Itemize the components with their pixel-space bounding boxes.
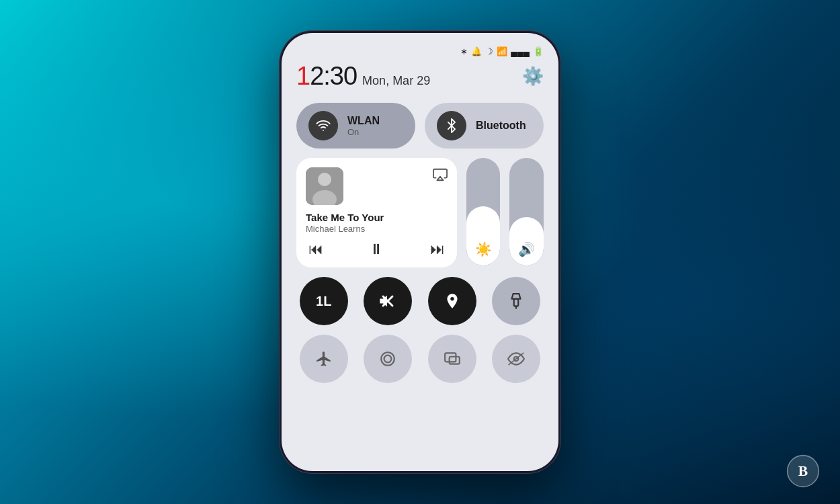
pause-button[interactable]: ⏸ (369, 241, 384, 258)
svg-point-4 (450, 297, 454, 300)
action-buttons-row: 1L (296, 277, 544, 325)
wifi-status-icon: 📶 (497, 46, 507, 56)
bluetooth-toggle[interactable]: Bluetooth (425, 103, 544, 149)
media-card: Take Me To Your Michael Learns ⏮ ⏸ ⏭ (296, 158, 457, 267)
next-button[interactable]: ⏭ (430, 241, 445, 258)
volume-slider[interactable]: 🔊 (509, 158, 544, 265)
media-sliders-row: Take Me To Your Michael Learns ⏮ ⏸ ⏭ ☀️ (296, 158, 544, 267)
oneplus-button[interactable]: 1L (300, 277, 348, 325)
airplane-icon (315, 350, 333, 368)
battery-status-icon: 🔋 (533, 46, 544, 56)
volume-icon: 🔊 (518, 241, 535, 257)
nfc-icon (379, 350, 396, 368)
track-artist: Michael Learns (306, 224, 448, 234)
wlan-toggle[interactable]: WLAN On (296, 103, 415, 149)
toggle-row: WLAN On Bluetooth (296, 103, 544, 149)
svg-point-1 (318, 173, 331, 186)
eye-comfort-button[interactable] (492, 335, 540, 383)
moon-status-icon: ☽ (485, 46, 493, 56)
airplay-icon[interactable] (433, 167, 448, 185)
time-rest: 2:30 (310, 62, 357, 90)
brightness-icon: ☀️ (475, 241, 492, 257)
wlan-icon-circle (308, 111, 338, 140)
bluetooth-icon-circle (437, 111, 466, 140)
bluetooth-status-icon: ∗ (460, 46, 468, 56)
media-controls: ⏮ ⏸ ⏭ (306, 241, 448, 258)
airplane-mode-button[interactable] (300, 335, 348, 383)
flashlight-icon (507, 292, 525, 310)
flashlight-button[interactable] (492, 277, 540, 325)
header: 12:30 Mon, Mar 29 ⚙️ (296, 62, 544, 91)
screen-record-icon (444, 350, 461, 368)
nfc-button[interactable] (364, 335, 412, 383)
media-top (306, 167, 448, 205)
time-date: 12:30 Mon, Mar 29 (296, 62, 430, 91)
prev-button[interactable]: ⏮ (308, 241, 323, 258)
location-button[interactable] (428, 277, 476, 325)
wlan-info: WLAN On (347, 115, 380, 137)
svg-marker-3 (437, 177, 443, 181)
bluetooth-label: Bluetooth (476, 120, 526, 132)
brand-logo: B (786, 454, 820, 488)
bell-status-icon: 🔔 (471, 46, 482, 56)
track-title: Take Me To Your (306, 212, 448, 224)
wifi-icon (316, 118, 331, 133)
bluetooth-info: Bluetooth (476, 120, 526, 132)
phone-screen: ∗ 🔔 ☽ 📶 ▄▄▄ 🔋 12:30 Mon, Mar 29 ⚙️ (282, 33, 558, 471)
sliders-column: ☀️ 🔊 (466, 158, 544, 267)
bottom-buttons-row (296, 335, 544, 383)
svg-text:B: B (798, 463, 808, 479)
svg-point-7 (382, 352, 395, 366)
wlan-label: WLAN (347, 115, 380, 127)
brightness-slider[interactable]: ☀️ (466, 158, 501, 265)
album-art-image (306, 167, 343, 205)
svg-rect-5 (514, 299, 519, 306)
watermark: B (786, 454, 820, 491)
eye-icon (507, 350, 525, 368)
mute-icon (378, 292, 397, 310)
screen-record-button[interactable] (428, 335, 476, 383)
clock-display: 12:30 (296, 62, 357, 91)
mute-button[interactable] (364, 277, 412, 325)
time-red-digit: 1 (296, 62, 310, 90)
date-display: Mon, Mar 29 (362, 74, 430, 88)
svg-rect-10 (449, 357, 459, 364)
status-bar: ∗ 🔔 ☽ 📶 ▄▄▄ 🔋 (296, 45, 544, 62)
phone-wrapper: ∗ 🔔 ☽ 📶 ▄▄▄ 🔋 12:30 Mon, Mar 29 ⚙️ (279, 30, 561, 474)
signal-status-icon: ▄▄▄ (511, 46, 530, 56)
album-art (306, 167, 343, 205)
svg-point-8 (384, 355, 392, 363)
bluetooth-icon (444, 118, 459, 133)
phone-frame: ∗ 🔔 ☽ 📶 ▄▄▄ 🔋 12:30 Mon, Mar 29 ⚙️ (279, 30, 561, 474)
wlan-status: On (347, 127, 380, 137)
media-info: Take Me To Your Michael Learns (306, 212, 448, 234)
location-icon (444, 292, 461, 310)
settings-button[interactable]: ⚙️ (522, 66, 544, 87)
